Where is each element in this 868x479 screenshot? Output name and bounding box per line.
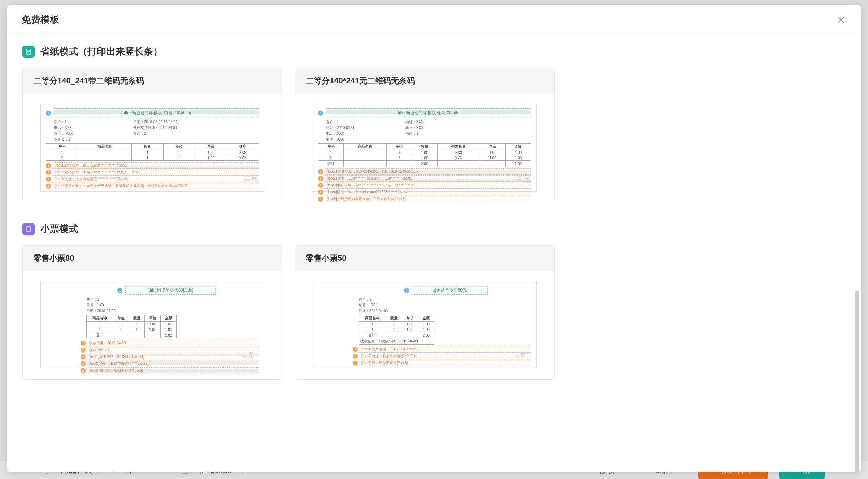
td: 合计 bbox=[318, 161, 344, 167]
template-card-receipt-80[interactable]: 零售小票80 1 [title]销货单零售80[/title] 客户：1 单号：… bbox=[22, 245, 282, 380]
td bbox=[387, 161, 412, 167]
th: 包装数量 bbox=[437, 144, 480, 150]
foot-line: 收款日期：2019-04-09 bbox=[88, 340, 259, 346]
modal-header: 免费模板 bbox=[7, 5, 861, 34]
card-title: 二等分140*241无二维码无条码 bbox=[295, 68, 554, 94]
td: 1 bbox=[318, 150, 344, 155]
info-date: 日期：2019-04-09 bbox=[326, 125, 384, 130]
td: 收款金额：1 收款日期：2019-04-09 bbox=[359, 338, 434, 345]
th: 金额 bbox=[161, 315, 177, 322]
td: 合计 bbox=[87, 332, 113, 338]
info-date: 日期：2019-04-09 bbox=[359, 308, 531, 314]
td bbox=[437, 161, 480, 167]
info-date: 日期：2019-04-09 13:04:22 bbox=[133, 120, 191, 125]
td: 1 bbox=[387, 155, 412, 161]
info-addr: 地址：XXX bbox=[405, 120, 463, 125]
info-order: 单号：XXX bbox=[86, 303, 259, 308]
th: 单价 bbox=[402, 315, 418, 322]
td: 1.00 bbox=[145, 327, 161, 332]
foot-bullet-icon: 1 bbox=[318, 169, 323, 174]
td: 1.00 bbox=[161, 327, 177, 332]
scrollbar-thumb[interactable] bbox=[855, 291, 859, 472]
modal-body: 省纸模式（打印出来竖长条） 二等分140_241带二维码无条码 1 [title… bbox=[7, 34, 861, 472]
td bbox=[344, 161, 387, 167]
td: 1.00 bbox=[505, 155, 531, 161]
template-card-receipt-50[interactable]: 零售小票50 1 a]销货单零售50[/t: 客户：1 单号：XXX 日期：20… bbox=[295, 245, 555, 380]
foot-bullet-icon: 4 bbox=[318, 190, 323, 195]
step-bullet-icon: 1 bbox=[318, 111, 323, 116]
th: 商品名称 bbox=[359, 315, 386, 322]
th: 数量 bbox=[131, 144, 163, 150]
info-wh: 仓库：1 bbox=[405, 131, 463, 136]
close-button[interactable] bbox=[836, 15, 846, 25]
foot-line: [foot1]银行账号：张三 6228************[/foot1] bbox=[53, 162, 259, 169]
td: 1 bbox=[386, 327, 402, 332]
foot-line: [foot3]拆封后恕不退换[/foot3] bbox=[360, 360, 531, 366]
free-templates-modal: 免费模板 省纸模式（打印出来竖长条） 二等分140_241带二维码无条码 bbox=[7, 5, 861, 472]
info-delivery: 预计交货日期：2019-04-09 bbox=[133, 125, 191, 130]
foot-bullet-icon: 2 bbox=[81, 348, 86, 353]
info-salesman: 业务员：1 bbox=[54, 137, 112, 142]
th: 单价 bbox=[195, 144, 227, 150]
preview-table: 商品名称数量单价金额 111.001.00 111.001.00 合计:2.00… bbox=[359, 315, 434, 345]
card-preview: 1 a]销货单零售50[/t: 客户：1 单号：XXX 日期：2019-04-0… bbox=[295, 271, 554, 379]
td: 2.00 bbox=[161, 332, 177, 338]
td: 1 bbox=[386, 322, 402, 327]
info-phone: 电话：XXX bbox=[326, 131, 384, 136]
info-phone: 电话：XXX bbox=[54, 125, 112, 130]
info-remark: 备注： XXX bbox=[54, 131, 112, 136]
preview-title-banner: [title] 畅捷通打印模板 销售订单[/title] bbox=[54, 108, 259, 117]
receipt-preview: 1 [title]畅捷通打印模板 销货单[/title] 客户：1 日期：201… bbox=[313, 104, 537, 192]
receipt-icon bbox=[22, 223, 35, 235]
foot-line: [foot2] 手机：138******** 露露微信：138********[… bbox=[325, 175, 531, 182]
td: 1 bbox=[359, 327, 386, 332]
preview-title-banner: a]销货单零售50[/t: bbox=[412, 286, 488, 295]
info-remark: 备注：XXX bbox=[326, 137, 384, 142]
receipt-preview: 1 [title] 畅捷通打印模板 销售订单[/title] 客户：1 电话：X… bbox=[40, 104, 264, 192]
template-card-140-241-noqr[interactable]: 二等分140*241无二维码无条码 1 [title]畅捷通打印模板 销货单[/… bbox=[295, 68, 555, 202]
info-customer: 客户：1 bbox=[359, 297, 531, 302]
section-receipt: 小票模式 零售小票80 1 [title]销货单零售80[/title] 客户： bbox=[22, 223, 846, 380]
td: 1.00 bbox=[418, 327, 434, 332]
td bbox=[344, 150, 387, 155]
card-preview: 1 [title] 畅捷通打印模板 销售订单[/title] 客户：1 电话：X… bbox=[23, 94, 282, 202]
foot-line: [foot2]银行账号：李四 6228************ 联系人：李四 bbox=[53, 169, 259, 176]
td: 1 bbox=[87, 322, 113, 327]
foot-bullet-icon: 5 bbox=[318, 197, 323, 202]
foot-line: [foot1]联系电话：82430001[/foot1] bbox=[88, 354, 259, 360]
td: 1 bbox=[46, 150, 78, 155]
receipt-preview: 1 a]销货单零售50[/t: 客户：1 单号：XXX 日期：2019-04-0… bbox=[313, 281, 537, 369]
td: XXX bbox=[227, 150, 259, 155]
th: 数量 bbox=[412, 144, 437, 150]
td bbox=[113, 332, 129, 338]
td: 1 bbox=[113, 322, 129, 327]
td: 1 bbox=[359, 322, 386, 327]
td: XXX bbox=[437, 150, 480, 155]
foot-line: [foot3]商品拆封后恕不退换[/foot3] bbox=[88, 367, 259, 374]
template-card-140-241-qr[interactable]: 二等分140_241带二维码无条码 1 [title] 畅捷通打印模板 销售订单… bbox=[22, 68, 282, 202]
td: 1 bbox=[163, 150, 195, 155]
td bbox=[480, 161, 505, 167]
foot-bullet-icon: 2 bbox=[353, 354, 358, 359]
foot-line: [foot1] 送货电话：010-82430001 传真：010-8243000… bbox=[325, 168, 531, 175]
td: 1.00 bbox=[402, 322, 418, 327]
card-preview: 1 [title]销货单零售80[/title] 客户：1 单号：XXX 日期：… bbox=[23, 271, 282, 379]
step-bullet-icon: 1 bbox=[46, 111, 51, 116]
modal-title: 免费模板 bbox=[22, 13, 59, 26]
foot-line: 收款金额：1 bbox=[88, 347, 259, 353]
section-paper-saving: 省纸模式（打印出来竖长条） 二等分140_241带二维码无条码 1 [title… bbox=[22, 45, 846, 202]
td: 1.00 bbox=[161, 322, 177, 327]
td bbox=[386, 332, 402, 338]
td: 1 bbox=[131, 155, 163, 161]
foot-line: [foot3]地址：北京市海淀区**************[/foot3] bbox=[53, 176, 259, 182]
foot-bullet-icon: 2 bbox=[46, 170, 51, 175]
th: 数量 bbox=[386, 315, 402, 322]
th: 单价 bbox=[145, 315, 161, 322]
td: 2.00 bbox=[418, 332, 434, 338]
td: 1.00 bbox=[195, 150, 227, 155]
step-bullet-icon: 1 bbox=[404, 288, 409, 293]
td: 1.00 bbox=[412, 150, 437, 155]
foot-bullet-icon: 3 bbox=[353, 361, 358, 366]
td: 2 bbox=[318, 155, 344, 161]
td: 1 bbox=[131, 150, 163, 155]
